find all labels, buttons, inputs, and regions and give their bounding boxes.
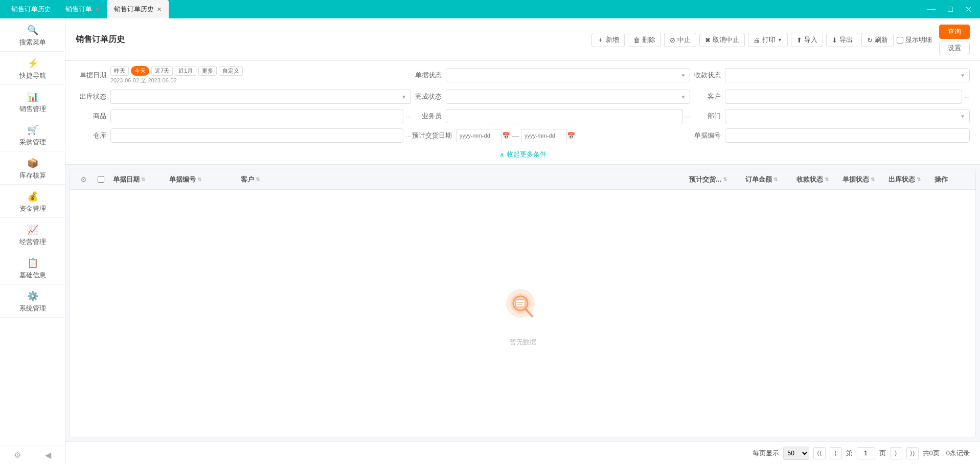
salesman-dots-icon[interactable]: ··· [685,113,691,120]
refresh-label: 刷新 [875,35,888,45]
page-size-select[interactable]: 50 10 20 100 [783,447,809,460]
window-close-btn[interactable]: ✕ [961,4,976,15]
tab-sales-order-history-close[interactable]: ✕ [157,6,162,13]
complete-status-arrow-icon: ▼ [681,94,686,100]
sidebar-item-operations[interactable]: 📈 经营管理 [0,218,65,251]
sidebar-item-sales-mgmt[interactable]: 📊 销售管理 [0,85,65,118]
sidebar-item-purchase-mgmt[interactable]: 🛒 采购管理 [0,118,65,151]
th-number[interactable]: 单据编号 ⇅ [165,175,237,184]
quick-nav-icon: ⚡ [27,58,38,69]
date-1month[interactable]: 近1月 [175,66,196,76]
sidebar-item-finance[interactable]: 💰 资金管理 [0,185,65,218]
display-toggle[interactable]: 显示明细 [897,35,932,45]
goods-input[interactable] [110,109,403,123]
filter-warehouse-group: 仓库 ··· [76,128,411,143]
settings-label: 设置 [948,43,961,53]
sidebar-collapse-btn[interactable]: ◀ [45,450,51,460]
window-maximize-btn[interactable]: □ [944,4,957,15]
sidebar-item-search-menu[interactable]: 🔍 搜索菜单 [0,18,65,52]
stock-status-select[interactable]: ▼ [110,90,411,104]
th-stock-status[interactable]: 出库状态 ⇅ [884,175,930,184]
delete-button[interactable]: 🗑 删除 [628,33,661,47]
import-button[interactable]: ⬆ 导入 [791,33,823,47]
sidebar-item-system[interactable]: ⚙️ 系统管理 [0,284,65,318]
th-customer[interactable]: 客户 ⇅ [237,175,685,184]
collapse-label: 收起更多条件 [507,150,546,159]
tab-sales-order[interactable]: 销售订单 ✕ [58,0,107,18]
refresh-button[interactable]: ↻ 刷新 [861,33,894,47]
date-today[interactable]: 今天 [131,66,149,76]
th-action: 操作 [930,175,971,184]
delivery-date-start-calendar-icon[interactable]: 📅 [502,132,510,140]
tab-sales-order-close[interactable]: ✕ [95,6,100,13]
th-date[interactable]: 单据日期 ⇅ [109,175,165,184]
bill-status-select[interactable]: ▼ [446,68,691,82]
goods-dots-icon[interactable]: ··· [405,113,411,120]
table-select-all[interactable] [93,176,109,183]
basic-info-icon: 📋 [27,257,38,269]
date-7days[interactable]: 近7天 [151,66,173,76]
stock-status-label: 出库状态 [76,92,106,101]
top-bar-right: — □ ✕ [923,4,976,15]
th-delivery[interactable]: 预计交货... ⇅ [685,175,741,184]
delivery-date-start[interactable] [456,129,502,142]
query-button[interactable]: 查询 [939,25,970,39]
next-page-btn[interactable]: ⟩ [890,447,902,459]
filter-goods-group: 商品 ··· [76,109,411,123]
customer-input[interactable] [725,90,962,104]
window-minimize-btn[interactable]: — [923,4,940,15]
new-label: 新增 [606,35,619,45]
tab-home[interactable]: 销售订单历史 [4,0,58,18]
tab-sales-order-history[interactable]: 销售订单历史 ✕ [107,0,169,18]
display-toggle-checkbox[interactable] [897,37,903,43]
date-custom[interactable]: 自定义 [219,66,243,76]
table-settings-btn[interactable]: ⚙ [74,175,93,184]
first-page-btn[interactable]: ⟨⟨ [813,447,826,459]
stop-button[interactable]: ⊘ 中止 [664,33,696,47]
new-button[interactable]: ＋ 新增 [591,33,625,47]
table-header: ⚙ 单据日期 ⇅ 单据编号 ⇅ 客户 ⇅ 预计交货... [70,169,975,190]
last-page-btn[interactable]: ⟩⟩ [906,447,919,459]
warehouse-dots-icon[interactable]: ··· [405,132,411,140]
settings-button[interactable]: 设置 [939,41,970,55]
pay-status-select[interactable]: ▼ [725,68,970,82]
warehouse-input[interactable] [110,128,403,143]
delivery-date-end[interactable] [521,129,567,142]
bill-no-input[interactable] [725,128,970,143]
th-customer-label: 客户 [241,175,254,184]
sidebar-item-inventory[interactable]: 📦 库存核算 [0,151,65,185]
collapse-row[interactable]: ∧ 收起更多条件 [76,148,970,159]
date-yesterday[interactable]: 昨天 [110,66,129,76]
delivery-date-end-calendar-icon[interactable]: 📅 [567,132,575,140]
cancel-stop-button[interactable]: ✖ 取消中止 [699,33,745,47]
filter-salesman-group: 业务员 ··· [411,109,691,123]
date-more[interactable]: 更多 [198,66,217,76]
th-bill-status[interactable]: 单据状态 ⇅ [838,175,884,184]
dept-select[interactable]: ▼ [725,109,970,123]
main-layout: 🔍 搜索菜单 ⚡ 快捷导航 📊 销售管理 🛒 采购管理 📦 库存核算 💰 资金管… [0,18,980,464]
sidebar-item-quick-nav-label: 快捷导航 [19,71,46,80]
stock-status-arrow-icon: ▼ [401,94,406,100]
th-number-label: 单据编号 [169,175,196,184]
page-input[interactable] [857,447,875,459]
new-icon: ＋ [597,35,604,45]
sidebar-item-quick-nav[interactable]: ⚡ 快捷导航 [0,52,65,85]
th-stock-status-label: 出库状态 [888,175,915,184]
sidebar-bottom: ⚙ ◀ [0,446,65,464]
salesman-input[interactable] [446,109,683,123]
pay-status-label: 收款状态 [690,71,721,80]
stop-label: 中止 [677,35,691,45]
complete-status-select[interactable]: ▼ [446,90,691,104]
th-amount[interactable]: 订单金额 ⇅ [741,175,792,184]
customer-label: 客户 [690,92,721,101]
select-all-checkbox[interactable] [98,176,104,183]
th-pay-status[interactable]: 收款状态 ⇅ [792,175,838,184]
export-button[interactable]: ⬇ 导出 [826,33,858,47]
svg-rect-4 [516,300,525,307]
sidebar-item-basic-info[interactable]: 📋 基础信息 [0,251,65,284]
print-arrow-icon: ▼ [778,37,782,42]
prev-page-btn[interactable]: ⟨ [830,447,842,459]
sidebar-settings-btn[interactable]: ⚙ [14,450,21,460]
print-button[interactable]: 🖨 打印 ▼ [748,33,788,47]
customer-dots-icon[interactable]: ··· [964,93,970,101]
